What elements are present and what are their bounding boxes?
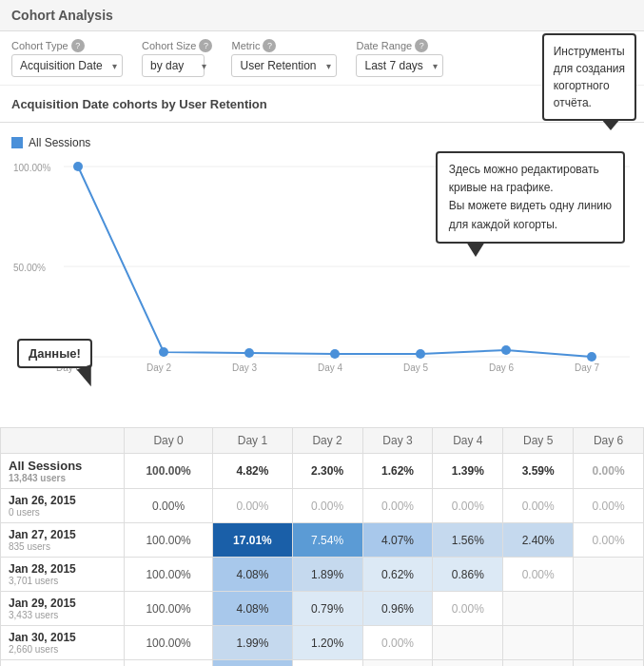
- table-cell: [503, 660, 574, 667]
- table-cell: 1.62%: [362, 454, 433, 489]
- tooltip-controls-text: Инструментыдля созданиякогортногоотчёта.: [554, 45, 625, 109]
- table-cell: 0.00%: [574, 454, 644, 489]
- table-cell: 1.39%: [433, 454, 503, 489]
- table-cell: 2.40%: [503, 523, 574, 558]
- svg-point-10: [501, 345, 511, 355]
- controls-row: Cohort Type ? Acquisition Date Cohort Si…: [0, 31, 644, 86]
- table-cell: 1.89%: [292, 558, 362, 592]
- date-range-label: Date Range: [356, 40, 412, 51]
- cohort-size-select[interactable]: by day: [142, 54, 205, 77]
- table-cell: 4.07%: [362, 523, 433, 558]
- chart-area: All Sessions Здесь можно редактироватькр…: [0, 123, 644, 427]
- table-cell: 0.79%: [292, 592, 362, 626]
- cohort-size-group: Cohort Size ? by day: [142, 39, 212, 77]
- table-cell: [433, 660, 503, 667]
- table-row: Jan 30, 20152,660 users100.00%1.99%1.20%…: [1, 626, 644, 660]
- table-header-row: Day 0 Day 1 Day 2 Day 3 Day 4 Day 5 Day …: [1, 428, 644, 454]
- table-cell: 0.00%: [574, 523, 644, 558]
- svg-text:Day 4: Day 4: [318, 362, 343, 373]
- chart-tooltip-box: Здесь можно редактироватькривые на графи…: [436, 151, 625, 244]
- svg-text:Day 6: Day 6: [489, 362, 515, 373]
- metric-label: Metric: [231, 40, 260, 51]
- legend-row: All Sessions: [11, 132, 633, 153]
- table-cell: 0.00%: [362, 489, 433, 523]
- table-cell: [574, 558, 644, 592]
- data-table-container: Day 0 Day 1 Day 2 Day 3 Day 4 Day 5 Day …: [0, 427, 644, 666]
- table-cell: [503, 592, 574, 626]
- table-cell: 0.00%: [213, 489, 293, 523]
- table-cell: 0.00%: [433, 592, 503, 626]
- table-cell: 0.00%: [503, 489, 574, 523]
- row-label-cell: Jan 27, 2015835 users: [1, 523, 125, 558]
- cohort-type-group: Cohort Type ? Acquisition Date: [11, 39, 123, 77]
- table-cell: 100.00%: [125, 626, 213, 660]
- table-cell: 7.54%: [292, 523, 362, 558]
- date-range-group: Date Range ? Last 7 days: [356, 39, 443, 77]
- svg-point-11: [587, 352, 596, 362]
- table-cell: 100.00%: [125, 454, 213, 489]
- chart-tooltip-text: Здесь можно редактироватькривые на графи…: [449, 163, 612, 231]
- table-cell: 1.56%: [433, 523, 503, 558]
- svg-text:Day 2: Day 2: [146, 362, 172, 373]
- col-header-day5: Day 5: [503, 428, 574, 454]
- metric-help-icon: ?: [263, 39, 276, 52]
- row-label-cell: Jan 30, 20152,660 users: [1, 626, 125, 660]
- table-cell: 0.86%: [433, 558, 503, 592]
- legend-label: All Sessions: [29, 136, 90, 149]
- metric-group: Metric ? User Retention: [231, 39, 337, 77]
- svg-text:100.00%: 100.00%: [13, 163, 51, 173]
- svg-text:Day 3: Day 3: [232, 362, 258, 373]
- table-row: Jan 31, 20151,348 users100.00%5.34%0.00%: [1, 660, 644, 667]
- table-cell: [574, 626, 644, 660]
- table-cell: 4.08%: [213, 558, 293, 592]
- row-label-cell: Jan 31, 20151,348 users: [1, 660, 125, 667]
- table-cell: 4.08%: [213, 592, 293, 626]
- cohort-table: Day 0 Day 1 Day 2 Day 3 Day 4 Day 5 Day …: [0, 427, 644, 666]
- metric-select[interactable]: User Retention: [231, 54, 337, 77]
- svg-text:50.00%: 50.00%: [13, 263, 46, 273]
- table-cell: 0.00%: [433, 489, 503, 523]
- table-cell: 100.00%: [125, 523, 213, 558]
- table-cell: 0.00%: [125, 489, 213, 523]
- chart-title: Acquisition Date cohorts by User Retenti…: [11, 97, 538, 111]
- header-bar: Cohort Analysis: [0, 0, 644, 31]
- table-cell: 0.00%: [574, 489, 644, 523]
- tooltip-controls-box: Инструментыдля созданиякогортногоотчёта.: [542, 33, 636, 121]
- date-range-select[interactable]: Last 7 days: [356, 54, 443, 77]
- table-row: Jan 27, 2015835 users100.00%17.01%7.54%4…: [1, 523, 644, 558]
- col-header-day3: Day 3: [362, 428, 433, 454]
- table-cell: 2.30%: [292, 454, 362, 489]
- table-cell: 4.82%: [213, 454, 293, 489]
- legend-dot: [11, 137, 23, 148]
- table-cell: 1.20%: [292, 626, 362, 660]
- table-cell: 100.00%: [125, 660, 213, 667]
- table-cell: 100.00%: [125, 558, 213, 592]
- table-cell: 1.99%: [213, 626, 293, 660]
- chart-tooltip-arrow: [466, 242, 485, 257]
- table-cell: 17.01%: [213, 523, 293, 558]
- row-label-cell: All Sessions13,843 users: [1, 454, 125, 489]
- cohort-type-select[interactable]: Acquisition Date: [11, 54, 123, 77]
- table-row: All Sessions13,843 users100.00%4.82%2.30…: [1, 454, 644, 489]
- col-header-day2: Day 2: [292, 428, 362, 454]
- row-label-cell: Jan 28, 20153,701 users: [1, 558, 125, 592]
- data-annotation-box: Данные!: [17, 339, 92, 368]
- svg-text:Day 5: Day 5: [403, 362, 429, 373]
- table-cell: [574, 660, 644, 667]
- svg-point-8: [330, 349, 340, 359]
- table-row: Jan 29, 20153,433 users100.00%4.08%0.79%…: [1, 592, 644, 626]
- data-annotation-text: Данные!: [29, 346, 81, 361]
- svg-point-6: [159, 347, 168, 357]
- table-cell: 0.96%: [362, 592, 433, 626]
- table-cell: [362, 660, 433, 667]
- svg-point-7: [244, 348, 254, 358]
- col-header-label: [1, 428, 125, 454]
- svg-point-5: [73, 162, 83, 171]
- table-cell: [433, 626, 503, 660]
- svg-text:Day 7: Day 7: [575, 362, 600, 373]
- table-cell: 0.00%: [292, 489, 362, 523]
- table-cell: 0.00%: [292, 660, 362, 667]
- svg-point-9: [416, 349, 425, 359]
- col-header-day4: Day 4: [433, 428, 503, 454]
- cohort-type-label: Cohort Type: [11, 40, 68, 51]
